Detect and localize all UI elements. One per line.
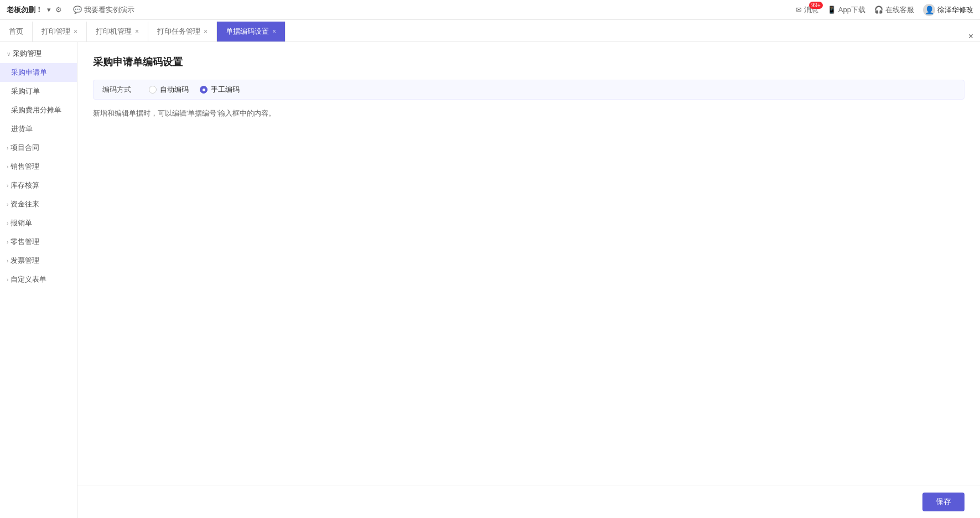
sidebar-item-project-label: 项目合同	[11, 143, 39, 153]
tab-print-task[interactable]: 打印任务管理 ×	[148, 22, 217, 42]
sidebar-item-capital-label: 资金往来	[11, 199, 39, 209]
chevron-right-icon: ›	[7, 145, 8, 151]
sidebar-item-stock-in-label: 进货单	[11, 125, 33, 133]
chevron-down-icon: ∨	[7, 51, 11, 57]
sidebar-item-project[interactable]: › 项目合同	[0, 138, 77, 157]
sidebar-item-purchase-expense[interactable]: 采购费用分摊单	[0, 101, 77, 120]
top-bar-dropdown[interactable]: ▾	[47, 6, 51, 14]
sidebar-item-purchase-request-label: 采购申请单	[11, 68, 47, 76]
user-menu[interactable]: 👤 徐泽华修改	[923, 4, 973, 16]
message-button[interactable]: ✉ 消息 99+	[796, 5, 818, 15]
sidebar-item-custom-form-label: 自定义表单	[11, 274, 46, 284]
sidebar: ∨ 采购管理 采购申请单 采购订单 采购费用分摊单 进货单 › 项目合同 › 销…	[0, 42, 77, 518]
chevron-right-icon: ›	[7, 220, 8, 226]
sidebar-group-purchase-label: 采购管理	[13, 49, 42, 59]
online-service-label: 在线客服	[885, 5, 914, 15]
tab-home[interactable]: 首页	[0, 22, 33, 42]
sidebar-item-purchase-order[interactable]: 采购订单	[0, 82, 77, 101]
user-name: 徐泽华修改	[937, 5, 973, 15]
tab-printer-manage-label: 打印机管理	[96, 27, 132, 37]
sidebar-item-stock-in[interactable]: 进货单	[0, 120, 77, 138]
chevron-right-icon: ›	[7, 164, 8, 170]
footer-bar: 保存	[77, 485, 980, 518]
sidebar-item-invoice-label: 发票管理	[11, 256, 39, 266]
sidebar-item-returns-label: 报销单	[11, 218, 32, 228]
sidebar-item-sales[interactable]: › 销售管理	[0, 157, 77, 176]
sidebar-item-purchase-expense-label: 采购费用分摊单	[11, 106, 61, 114]
top-bar-right: ✉ 消息 99+ 📱 App下载 🎧 在线客服 👤 徐泽华修改	[796, 4, 973, 16]
message-badge: 99+	[809, 2, 823, 9]
top-bar-left: 老板勿删！ ▾ ⚙ 💬 我要看实例演示	[7, 5, 134, 15]
sidebar-item-warehouse[interactable]: › 库存核算	[0, 176, 77, 195]
encode-radio-group: 自动编码 手工编码	[149, 85, 240, 95]
headset-icon: 🎧	[874, 6, 883, 14]
chevron-down-icon: ▾	[47, 6, 51, 14]
main-layout: ∨ 采购管理 采购申请单 采购订单 采购费用分摊单 进货单 › 项目合同 › 销…	[0, 42, 980, 518]
sidebar-item-purchase-request[interactable]: 采购申请单	[0, 63, 77, 82]
tab-panel-close[interactable]: ×	[968, 32, 973, 42]
tab-barcode-setting-label: 单据编码设置	[226, 27, 269, 37]
tab-printer-manage[interactable]: 打印机管理 ×	[87, 22, 148, 42]
tab-home-label: 首页	[9, 27, 23, 37]
tab-print-task-close[interactable]: ×	[204, 28, 208, 35]
tab-print-manage-label: 打印管理	[42, 27, 70, 37]
chevron-right-icon: ›	[7, 183, 8, 189]
info-text: 新增和编辑单据时，可以编辑'单据编号'输入框中的内容。	[93, 108, 965, 118]
tab-print-manage-close[interactable]: ×	[74, 28, 77, 35]
tab-barcode-setting-close[interactable]: ×	[272, 28, 276, 35]
settings-button[interactable]: ⚙	[55, 6, 62, 14]
page-title: 采购申请单编码设置	[93, 55, 965, 69]
chat-icon: 💬	[73, 6, 82, 14]
online-service-button[interactable]: 🎧 在线客服	[874, 5, 914, 15]
sidebar-item-warehouse-label: 库存核算	[11, 180, 39, 190]
app-download-label: App下载	[838, 5, 865, 15]
radio-manual-circle	[200, 86, 208, 94]
encode-mode-label: 编码方式	[102, 85, 136, 95]
gear-icon: ⚙	[55, 6, 62, 14]
sidebar-item-capital[interactable]: › 资金往来	[0, 195, 77, 214]
tab-barcode-setting[interactable]: 单据编码设置 ×	[217, 22, 286, 42]
top-bar: 老板勿删！ ▾ ⚙ 💬 我要看实例演示 ✉ 消息 99+ 📱 App下载 🎧 在…	[0, 0, 980, 20]
radio-manual-label: 手工编码	[211, 85, 240, 95]
radio-auto-label: 自动编码	[160, 85, 189, 95]
app-logo: 老板勿删！	[7, 5, 43, 15]
chevron-right-icon: ›	[7, 201, 8, 208]
save-button[interactable]: 保存	[922, 493, 965, 511]
radio-manual-encode[interactable]: 手工编码	[200, 85, 240, 95]
content-inner: 采购申请单编码设置 编码方式 自动编码 手工编码 新增和编辑单据时，可以编辑'单…	[77, 42, 980, 485]
chevron-right-icon: ›	[7, 258, 8, 264]
tab-print-manage[interactable]: 打印管理 ×	[33, 22, 87, 42]
sidebar-group-purchase: ∨ 采购管理 采购申请单 采购订单 采购费用分摊单 进货单	[0, 44, 77, 138]
sidebar-item-invoice[interactable]: › 发票管理	[0, 251, 77, 270]
avatar: 👤	[923, 4, 935, 16]
tabs-bar: 首页 打印管理 × 打印机管理 × 打印任务管理 × 单据编码设置 × ×	[0, 20, 980, 42]
demo-link[interactable]: 💬 我要看实例演示	[73, 5, 134, 15]
sidebar-group-purchase-title[interactable]: ∨ 采购管理	[0, 44, 77, 63]
encode-mode-row: 编码方式 自动编码 手工编码	[93, 80, 965, 100]
sidebar-item-purchase-order-label: 采购订单	[11, 87, 40, 95]
sidebar-item-custom-form[interactable]: › 自定义表单	[0, 270, 77, 289]
download-icon: 📱	[827, 6, 836, 14]
sidebar-item-sales-label: 销售管理	[11, 162, 39, 172]
close-icon: ×	[968, 32, 973, 42]
sidebar-item-returns[interactable]: › 报销单	[0, 214, 77, 232]
radio-auto-encode[interactable]: 自动编码	[149, 85, 189, 95]
app-download-button[interactable]: 📱 App下载	[827, 5, 865, 15]
radio-auto-circle	[149, 86, 157, 94]
sidebar-item-retail-label: 零售管理	[11, 237, 39, 247]
sidebar-item-retail[interactable]: › 零售管理	[0, 232, 77, 251]
message-icon: ✉	[796, 6, 802, 14]
chevron-right-icon: ›	[7, 239, 8, 245]
tab-print-task-label: 打印任务管理	[157, 27, 200, 37]
tab-printer-manage-close[interactable]: ×	[135, 28, 139, 35]
demo-text: 我要看实例演示	[84, 5, 134, 15]
content-area: 采购申请单编码设置 编码方式 自动编码 手工编码 新增和编辑单据时，可以编辑'单…	[77, 42, 980, 518]
chevron-right-icon: ›	[7, 277, 8, 283]
